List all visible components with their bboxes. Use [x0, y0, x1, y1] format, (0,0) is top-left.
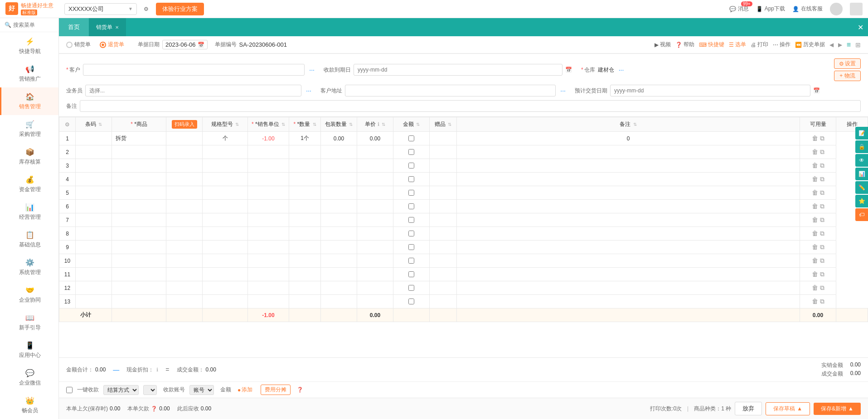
barcode-1[interactable] — [76, 132, 112, 145]
delete-icon[interactable]: 🗑 — [812, 202, 818, 210]
select-order-btn[interactable]: ☰ 选单 — [729, 41, 746, 48]
copy-icon[interactable]: ⧉ — [820, 148, 824, 156]
help-btn[interactable]: ❓ 帮助 — [675, 41, 694, 48]
layout-grid-icon[interactable]: ⊞ — [855, 41, 861, 48]
online-service-btn[interactable]: 👤 在线客服 — [792, 5, 823, 13]
price-sort-icon[interactable]: ⇅ — [382, 122, 385, 127]
sidebar-item-member[interactable]: 👑 畅会员 — [0, 391, 58, 419]
app-download-btn[interactable]: 📱 App下载 — [756, 5, 785, 13]
sidebar-item-sales[interactable]: 🏠 销售管理 — [0, 87, 58, 115]
table-settings-icon[interactable]: ⚙ — [65, 121, 70, 128]
sub-tab-return[interactable]: 退货单 — [100, 41, 124, 48]
scan-button[interactable]: 扫码录入 — [172, 120, 197, 129]
expected-delivery-input[interactable] — [610, 85, 810, 96]
operation-btn[interactable]: ⋯ 操作 — [773, 41, 790, 48]
qty-1[interactable]: -1.00 — [248, 132, 289, 145]
remarks-1[interactable] — [430, 132, 457, 145]
copy-icon[interactable]: ⧉ — [820, 298, 824, 305]
delete-icon[interactable]: 🗑 — [812, 257, 818, 265]
fee-info-icon[interactable]: ❓ — [297, 387, 303, 393]
rfp-btn-3[interactable]: 👁 — [855, 154, 868, 167]
delete-icon-1[interactable]: 🗑 — [812, 135, 818, 142]
copy-icon[interactable]: ⧉ — [820, 243, 824, 251]
copy-icon[interactable]: ⧉ — [820, 189, 824, 197]
payment-method-select[interactable]: 结算方式 — [103, 385, 139, 395]
nav-next-icon[interactable]: ▶ — [838, 42, 842, 48]
close-all-tabs-btn[interactable]: ✕ — [858, 23, 863, 32]
copy-icon[interactable]: ⧉ — [820, 230, 824, 237]
add-payment-btn[interactable]: ● 添加 — [238, 386, 252, 394]
tab-home[interactable]: 首页 — [59, 18, 89, 36]
tab-close-icon[interactable]: ✕ — [115, 25, 119, 30]
discount-info-icon[interactable]: ℹ — [156, 367, 158, 373]
rfp-btn-2[interactable]: 🔒 — [855, 140, 868, 153]
product-type-link[interactable]: 商品种类：1 种 — [694, 405, 731, 412]
payment-method-select2[interactable] — [143, 385, 157, 395]
barcode-sort-icon[interactable]: ⇅ — [98, 122, 102, 127]
delete-icon[interactable]: 🗑 — [812, 162, 818, 169]
gift-sort-icon[interactable]: ⇅ — [448, 122, 451, 127]
message-btn[interactable]: 💬 消息 99+ — [729, 5, 749, 13]
sidebar-item-marketing[interactable]: 📢 营销推广 — [0, 60, 58, 87]
rfp-btn-4[interactable]: 📊 — [855, 168, 868, 180]
customer-dots-btn[interactable]: ··· — [309, 66, 315, 73]
layout-list-icon[interactable]: ≡ — [847, 41, 851, 49]
customer-input[interactable] — [83, 64, 305, 76]
sidebar-item-operations[interactable]: 📊 经营管理 — [0, 198, 58, 226]
settings-form-btn[interactable]: ⚙ 设置 — [834, 58, 861, 69]
remarks-input[interactable] — [80, 100, 861, 112]
copy-icon[interactable]: ⧉ — [820, 202, 824, 210]
trial-button[interactable]: 体验行业方案 — [156, 3, 204, 15]
settings-icon-btn[interactable]: ⚙ — [140, 3, 152, 15]
sidebar-item-system[interactable]: ⚙️ 系统管理 — [0, 253, 58, 281]
amount-1[interactable]: 0.00 — [357, 132, 393, 145]
rfp-btn-7[interactable]: 🏷 — [855, 208, 868, 221]
tab-sales-order[interactable]: 销货单 ✕ — [89, 18, 126, 36]
copy-icon[interactable]: ⧉ — [820, 257, 824, 265]
delivery-date-icon[interactable]: 📅 — [813, 87, 820, 94]
sidebar-item-app-center[interactable]: 📱 应用中心 — [0, 336, 58, 364]
one-click-checkbox[interactable] — [66, 387, 73, 393]
spec-sort-icon[interactable]: ⇅ — [235, 122, 239, 127]
product-1[interactable]: 拆货 — [112, 132, 166, 145]
shortcut-btn[interactable]: ⌨ 快捷键 — [699, 41, 724, 48]
delete-icon[interactable]: 🗑 — [812, 175, 818, 183]
nav-prev-icon[interactable]: ◀ — [829, 42, 834, 48]
avatar[interactable] — [830, 3, 843, 15]
warehouse-dots-btn[interactable]: ··· — [619, 66, 624, 73]
copy-icon[interactable]: ⧉ — [820, 162, 824, 169]
delete-icon[interactable]: 🗑 — [812, 148, 818, 156]
sidebar-item-enterprise[interactable]: 🤝 企业协同 — [0, 281, 58, 308]
address-dots-btn[interactable]: ··· — [560, 87, 566, 94]
save-new-button[interactable]: 保存&新增 ▲ — [814, 403, 861, 415]
copy-icon[interactable]: ⧉ — [820, 270, 824, 278]
sidebar-item-guide[interactable]: 📖 新手引导 — [0, 308, 58, 336]
fee-split-btn[interactable]: 费用分摊 — [261, 385, 291, 395]
discard-button[interactable]: 放弃 — [735, 402, 762, 415]
sidebar-search-area[interactable]: 🔍 — [0, 18, 58, 32]
sidebar-item-inventory[interactable]: 📦 库存核算 — [0, 143, 58, 170]
sidebar-search-input[interactable] — [13, 22, 54, 28]
pkg-sort-icon[interactable]: ⇅ — [349, 122, 353, 127]
price-1[interactable]: 0.00 — [321, 132, 357, 145]
pkg-qty-1[interactable]: 1个 — [289, 132, 321, 145]
delete-icon[interactable]: 🗑 — [812, 298, 818, 305]
delete-icon[interactable]: 🗑 — [812, 216, 818, 224]
due-date-input[interactable] — [354, 64, 563, 76]
sidebar-item-wechat[interactable]: 💬 企业微信 — [0, 364, 58, 391]
rfp-btn-6[interactable]: ⭐ — [855, 195, 868, 207]
gift-checkbox-1[interactable] — [408, 135, 414, 141]
sidebar-item-finance[interactable]: 💰 资金管理 — [0, 170, 58, 198]
user-menu-icon[interactable] — [850, 3, 863, 15]
qty-sort-icon[interactable]: ⇅ — [313, 122, 316, 127]
unit-1[interactable]: 个 — [203, 132, 248, 145]
delete-icon[interactable]: 🗑 — [812, 284, 818, 292]
spec-1[interactable] — [166, 132, 203, 145]
logistics-btn[interactable]: + 物流 — [834, 71, 861, 81]
account-select[interactable]: 账号 — [189, 385, 214, 395]
remarks-sort-icon[interactable]: ⇅ — [633, 122, 637, 127]
sub-tab-sales[interactable]: 销货单 — [66, 41, 91, 48]
print-btn[interactable]: 🖨 打印 — [751, 41, 768, 48]
rfp-btn-1[interactable]: 📝 — [855, 127, 868, 140]
gift-1[interactable] — [393, 132, 430, 145]
